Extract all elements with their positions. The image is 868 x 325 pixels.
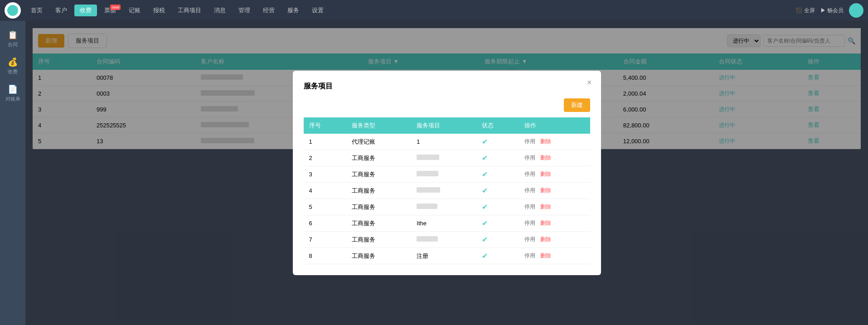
modal-table-cell: 6	[304, 215, 346, 232]
modal-table-cell: 5	[304, 199, 346, 215]
sidebar-item-合同[interactable]: 📋合同	[0, 25, 25, 53]
modal-table-row: 7工商服务 ✔停用 删除	[304, 232, 590, 248]
member-btn[interactable]: ▶ 畅会员	[820, 7, 844, 15]
modal-table: 序号服务类型服务项目状态操作 1代理记账1✔停用 删除2工商服务 ✔停用 删除3…	[304, 117, 590, 264]
modal-table-cell: 工商服务	[346, 232, 411, 248]
sidebar-label: 对账单	[5, 96, 20, 102]
logo-icon	[7, 5, 18, 16]
modal-table-cell: 1	[304, 134, 346, 150]
sidebar-icon: 📄	[8, 84, 18, 94]
modal-table-cell: 1	[411, 134, 476, 150]
modal-table-cell[interactable]: 停用 删除	[519, 199, 590, 215]
nav-item-票据[interactable]: 票据new	[99, 5, 121, 16]
fullscreen-btn[interactable]: ⬛ 全屏	[795, 7, 815, 15]
modal-table-cell: 注册	[411, 248, 476, 264]
nav-right: ⬛ 全屏 ▶ 畅会员	[795, 3, 863, 18]
modal-table-cell[interactable]: 停用 删除	[519, 166, 590, 183]
modal-table-row: 3工商服务 ✔停用 删除	[304, 166, 590, 183]
sidebar-icon: 📋	[8, 30, 18, 40]
modal-table-cell[interactable]: 停用 删除	[519, 232, 590, 248]
sidebar-label: 合同	[8, 41, 18, 48]
modal-table-row: 5工商服务 ✔停用 删除	[304, 199, 590, 215]
modal-table-cell	[411, 183, 476, 199]
modal-table-cell: 2	[304, 150, 346, 166]
modal-table-cell[interactable]: 停用 删除	[519, 183, 590, 199]
modal-table-row: 1代理记账1✔停用 删除	[304, 134, 590, 150]
modal-table-cell[interactable]: 停用 删除	[519, 134, 590, 150]
modal-table-cell: ✔	[476, 215, 519, 232]
modal-table-cell: ✔	[476, 232, 519, 248]
modal-table-row: 8工商服务注册✔停用 删除	[304, 248, 590, 264]
modal-table-cell: 工商服务	[346, 150, 411, 166]
sidebar-label: 收费	[8, 68, 18, 75]
modal-table-cell: ✔	[476, 183, 519, 199]
modal-overlay: 服务项目 × 新建 序号服务类型服务项目状态操作 1代理记账1✔停用 删除2工商…	[25, 21, 868, 325]
modal-table-row: 2工商服务 ✔停用 删除	[304, 150, 590, 166]
modal-table-cell: ✔	[476, 248, 519, 264]
nav-item-首页[interactable]: 首页	[25, 5, 48, 16]
nav-item-报税[interactable]: 报税	[148, 5, 170, 16]
modal-table-cell: 7	[304, 232, 346, 248]
nav-items: 首页客户收费票据new记账报税工商项目消息管理经营服务设置	[25, 5, 795, 16]
avatar[interactable]	[849, 3, 863, 18]
modal-dialog: 服务项目 × 新建 序号服务类型服务项目状态操作 1代理记账1✔停用 删除2工商…	[293, 71, 601, 275]
modal-table-cell	[411, 232, 476, 248]
nav-item-管理[interactable]: 管理	[233, 5, 256, 16]
modal-table-cell: 工商服务	[346, 199, 411, 215]
modal-table-cell: ✔	[476, 199, 519, 215]
modal-table-cell: 工商服务	[346, 166, 411, 183]
modal-table-cell: 4	[304, 183, 346, 199]
modal-table-cell	[411, 166, 476, 183]
modal-col-header: 服务项目	[411, 117, 476, 134]
modal-table-cell: 代理记账	[346, 134, 411, 150]
nav-item-服务[interactable]: 服务	[282, 5, 305, 16]
modal-table-cell[interactable]: 停用 删除	[519, 215, 590, 232]
main-content: 新增 服务项目 进行中已完成已取消 🔍 序号合同编码客户名称服务项目 ▼服务期限…	[25, 21, 868, 325]
modal-close-button[interactable]: ×	[587, 78, 592, 87]
logo	[5, 2, 21, 19]
modal-table-row: 4工商服务 ✔停用 删除	[304, 183, 590, 199]
nav-item-收费[interactable]: 收费	[74, 5, 97, 16]
nav-item-客户[interactable]: 客户	[50, 5, 73, 16]
modal-table-cell	[411, 199, 476, 215]
modal-table-cell: 工商服务	[346, 248, 411, 264]
nav-item-工商项目[interactable]: 工商项目	[172, 5, 207, 16]
modal-table-cell: ✔	[476, 134, 519, 150]
nav-item-经营[interactable]: 经营	[257, 5, 280, 16]
nav-item-记账[interactable]: 记账	[123, 5, 146, 16]
modal-col-header: 序号	[304, 117, 346, 134]
modal-col-header: 服务类型	[346, 117, 411, 134]
nav-item-消息[interactable]: 消息	[209, 5, 231, 16]
modal-col-header: 操作	[519, 117, 590, 134]
modal-table-cell: ✔	[476, 166, 519, 183]
modal-table-cell[interactable]: 停用 删除	[519, 248, 590, 264]
top-nav: 首页客户收费票据new记账报税工商项目消息管理经营服务设置 ⬛ 全屏 ▶ 畅会员	[0, 0, 868, 21]
modal-table-cell[interactable]: 停用 删除	[519, 150, 590, 166]
modal-table-cell: 工商服务	[346, 215, 411, 232]
modal-new-button[interactable]: 新建	[564, 98, 590, 112]
sidebar-item-对账单[interactable]: 📄对账单	[0, 80, 25, 107]
nav-item-设置[interactable]: 设置	[306, 5, 329, 16]
modal-table-cell	[411, 150, 476, 166]
modal-table-cell: 8	[304, 248, 346, 264]
sidebar-item-收费[interactable]: 💰收费	[0, 53, 25, 80]
modal-table-wrap: 序号服务类型服务项目状态操作 1代理记账1✔停用 删除2工商服务 ✔停用 删除3…	[304, 117, 590, 264]
modal-title: 服务项目	[304, 82, 590, 91]
modal-table-row: 6工商服务Ithe✔停用 删除	[304, 215, 590, 232]
modal-table-cell: Ithe	[411, 215, 476, 232]
sidebar-icon: 💰	[8, 57, 18, 67]
modal-table-cell: 3	[304, 166, 346, 183]
modal-table-cell: ✔	[476, 150, 519, 166]
sidebar: 📋合同💰收费📄对账单	[0, 21, 25, 325]
modal-toolbar: 新建	[304, 98, 590, 112]
modal-table-cell: 工商服务	[346, 183, 411, 199]
modal-col-header: 状态	[476, 117, 519, 134]
